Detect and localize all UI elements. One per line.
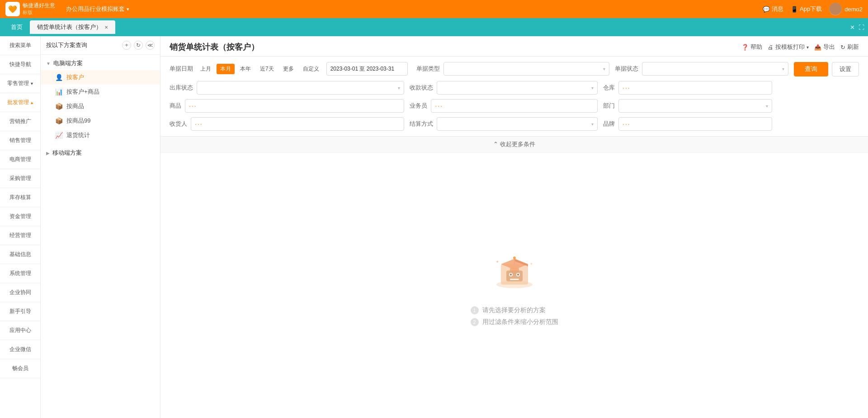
vip-member-label: 畅会员 xyxy=(12,365,28,371)
maximize-icon[interactable]: ⛶ xyxy=(859,24,864,31)
staff-dots: ··· xyxy=(435,102,443,109)
tab-close-icon[interactable]: ✕ xyxy=(104,25,108,30)
sidebar-item-sales-mgmt[interactable]: 销售管理 xyxy=(0,131,40,150)
staff-label: 业务员 xyxy=(410,102,427,110)
user-menu[interactable]: demo2 xyxy=(829,3,863,15)
svg-point-8 xyxy=(510,274,512,276)
ops-mgmt-label: 经营管理 xyxy=(9,232,31,238)
message-icon: 💬 xyxy=(763,6,770,13)
message-btn[interactable]: 💬 消息 xyxy=(763,5,783,13)
dept-select[interactable]: ▾ xyxy=(618,99,772,113)
scheme-item-by-customer-goods[interactable]: 📊 按客户+商品 xyxy=(41,85,160,99)
scheme-group-mobile-title[interactable]: ▶ 移动端方案 xyxy=(41,146,160,160)
staff-select[interactable]: ··· xyxy=(431,99,598,113)
goods-icon: 📦 xyxy=(55,103,63,110)
sidebar-item-wholesale-mgmt[interactable]: 批发管理 ▴ xyxy=(0,93,40,112)
sidebar-item-marketing[interactable]: 营销推广 xyxy=(0,112,40,131)
corp-collab-label: 企业协同 xyxy=(9,289,31,295)
goods-select[interactable]: ··· xyxy=(185,99,404,113)
receiver-select[interactable]: ··· xyxy=(191,117,404,131)
scheme-item-by-customer[interactable]: 👤 按客户 xyxy=(41,70,160,85)
sidebar-item-finance-mgmt[interactable]: 资金管理 xyxy=(0,207,40,226)
settings-button[interactable]: 设置 xyxy=(832,62,859,76)
corp-wechat-label: 企业微信 xyxy=(9,346,31,352)
industry-arrow-icon: ▾ xyxy=(127,6,129,12)
sidebar-item-corp-collab[interactable]: 企业协同 xyxy=(0,283,40,302)
export-btn[interactable]: 📤 导出 xyxy=(814,43,835,51)
date-shortcut-7days[interactable]: 近7天 xyxy=(256,64,278,74)
retail-mgmt-label: 零售管理 xyxy=(7,80,29,87)
print-arrow-icon: ▾ xyxy=(807,45,809,50)
filter-row-1: 单据日期 上月 本月 本年 近7天 更多 自定义 2023-03-01 至 20… xyxy=(170,62,859,76)
industry-label: 办公用品行业模拟账套 xyxy=(66,5,125,13)
sidebar-item-ops-mgmt[interactable]: 经营管理 xyxy=(0,226,40,245)
refresh-btn[interactable]: ↻ 刷新 xyxy=(840,43,859,51)
date-range-input[interactable]: 2023-03-01 至 2023-03-31 xyxy=(326,62,408,76)
dept-filter: 部门 ▾ xyxy=(603,99,772,113)
tab-sales-stat-label: 销货单统计表（按客户） xyxy=(37,23,102,31)
collapse-more-btn[interactable]: ⌃ 收起更多条件 xyxy=(160,137,868,152)
filter-row-4: 收货人 ··· 结算方式 ▾ xyxy=(170,117,859,131)
date-shortcut-custom[interactable]: 自定义 xyxy=(299,64,323,74)
sidebar-item-inventory[interactable]: 库存核算 xyxy=(0,188,40,207)
date-shortcut-this-year[interactable]: 本年 xyxy=(236,64,255,74)
sidebar-item-app-center[interactable]: 应用中心 xyxy=(0,321,40,340)
sidebar-item-quick-nav[interactable]: 快捷导航 xyxy=(0,55,40,74)
brand-select[interactable]: ··· xyxy=(618,117,772,131)
scheme-collapse-btn[interactable]: ≪ xyxy=(146,41,155,50)
scheme-group-desktop-title[interactable]: ▼ 电脑端方案 xyxy=(41,57,160,70)
scheme-item-by-goods-label: 按商品 xyxy=(66,102,84,110)
return-stat-icon: 📈 xyxy=(55,132,63,139)
date-shortcut-last-month[interactable]: 上月 xyxy=(197,64,215,74)
sidebar-item-sys-mgmt[interactable]: 系统管理 xyxy=(0,264,40,283)
customer-icon: 👤 xyxy=(55,74,63,81)
order-type-arrow-icon: ▾ xyxy=(603,66,605,71)
staff-filter: 业务员 ··· xyxy=(410,99,598,113)
sidebar-item-retail-mgmt[interactable]: 零售管理 ▾ xyxy=(0,74,40,93)
order-status-select[interactable]: ▾ xyxy=(642,62,788,76)
order-type-select[interactable]: ▾ xyxy=(443,62,609,76)
scheme-item-return-stat[interactable]: 📈 退货统计 xyxy=(41,128,160,142)
close-window-icon[interactable]: ✕ xyxy=(850,24,855,31)
tab-sales-stat[interactable]: 销货单统计表（按客户） ✕ xyxy=(30,20,115,34)
mobile-group-expand-icon: ▶ xyxy=(46,151,50,156)
help-label: 帮助 xyxy=(750,43,762,51)
sidebar-item-basic-info[interactable]: 基础信息 xyxy=(0,245,40,264)
scheme-item-by-goods-99[interactable]: 📦 按商品99 xyxy=(41,114,160,128)
goods99-icon: 📦 xyxy=(55,117,63,124)
sidebar-item-new-guide[interactable]: 新手引导 xyxy=(0,302,40,321)
date-shortcut-this-month[interactable]: 本月 xyxy=(217,64,235,74)
sidebar-item-vip-member[interactable]: 畅会员 xyxy=(0,359,40,378)
out-status-select[interactable]: ▾ xyxy=(197,81,404,95)
scheme-refresh-btn[interactable]: ↻ xyxy=(134,41,143,50)
page-header: 销货单统计表（按客户） ❓ 帮助 🖨 按模板打印 ▾ 📤 xyxy=(160,36,868,57)
sidebar-item-purchase-mgmt[interactable]: 采购管理 xyxy=(0,169,40,188)
filter-row-3: 商品 ··· 业务员 ··· 部门 xyxy=(170,99,859,113)
settle-arrow-icon: ▾ xyxy=(591,122,594,127)
out-status-arrow-icon: ▾ xyxy=(398,86,400,90)
tab-home[interactable]: 首页 xyxy=(4,20,30,34)
tab-maximize-area: ✕ ⛶ xyxy=(850,24,864,31)
dept-arrow-icon: ▾ xyxy=(766,104,768,109)
sidebar-item-ecom-mgmt[interactable]: 电商管理 xyxy=(0,150,40,169)
receiver-dots: ··· xyxy=(195,120,203,128)
quick-nav-label: 快捷导航 xyxy=(9,61,31,67)
print-btn[interactable]: 🖨 按模板打印 ▾ xyxy=(768,43,809,51)
help-btn[interactable]: ❓ 帮助 xyxy=(741,43,762,51)
receipt-status-select[interactable]: ▾ xyxy=(437,81,598,95)
scheme-item-by-customer-label: 按客户 xyxy=(66,73,84,81)
scheme-add-btn[interactable]: + xyxy=(122,41,131,50)
settle-select[interactable]: ▾ xyxy=(437,117,598,131)
sidebar-item-corp-wechat[interactable]: 企业微信 xyxy=(0,340,40,359)
date-filter-group: 单据日期 上月 本月 本年 近7天 更多 自定义 2023-03-01 至 20… xyxy=(170,62,411,76)
app-download-btn[interactable]: 📱 App下载 xyxy=(791,5,822,13)
inventory-label: 库存核算 xyxy=(9,194,31,200)
scheme-item-by-goods[interactable]: 📦 按商品 xyxy=(41,99,160,114)
sidebar-item-search-menu[interactable]: 搜索菜单 xyxy=(0,36,40,55)
industry-selector[interactable]: 办公用品行业模拟账套 ▾ xyxy=(66,5,129,13)
query-button[interactable]: 查询 xyxy=(794,62,828,76)
order-status-arrow-icon: ▾ xyxy=(782,66,784,71)
sales-mgmt-label: 销售管理 xyxy=(9,137,31,143)
date-shortcut-more[interactable]: 更多 xyxy=(279,64,297,74)
warehouse-select[interactable]: ··· xyxy=(618,81,772,95)
